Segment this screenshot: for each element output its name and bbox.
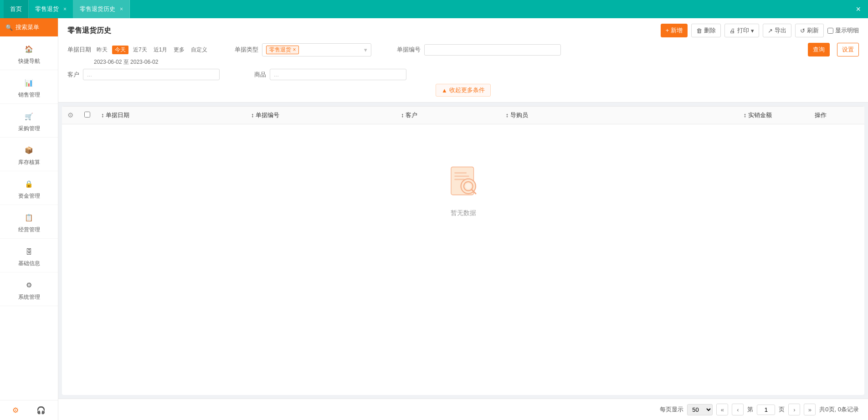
shortcut-1month[interactable]: 近1月 — [152, 46, 169, 54]
tab-retail-return-history[interactable]: 零售退货历史 × — [73, 0, 130, 18]
basic-info-icon: 🗄 — [23, 245, 36, 258]
first-page-button[interactable]: « — [716, 404, 728, 415]
shortcut-more[interactable]: 更多 — [172, 46, 186, 54]
tab-retail-return-history-label: 零售退货历史 — [80, 5, 115, 13]
select-all-checkbox[interactable] — [84, 112, 90, 118]
sidebar-item-sales-mgmt[interactable]: 📊 销售管理 — [0, 70, 58, 104]
date-range-display: 2023-06-02 至 2023-06-02 — [94, 59, 158, 65]
app-close-button[interactable]: × — [848, 5, 868, 14]
settings-gear-icon[interactable]: ⚙ — [12, 406, 19, 415]
sidebar-item-operations[interactable]: 📋 经营管理 — [0, 205, 58, 239]
goods-label: 商品 — [254, 71, 266, 79]
query-button[interactable]: 查询 — [808, 43, 830, 56]
actual-amount-col-header: ↕ 实销金额 — [627, 107, 777, 124]
main-layout: 🔍 搜索菜单 🏠 快捷导航 📊 销售管理 🛒 采购管理 📦 库存核算 🔒 资金管… — [0, 18, 868, 420]
page-number-input[interactable] — [757, 405, 775, 415]
svg-point-7 — [465, 184, 471, 190]
display-detail-checkbox[interactable] — [827, 28, 833, 34]
collapse-filter-button[interactable]: ▲ 收起更多条件 — [436, 84, 491, 97]
sidebar-item-purchase-mgmt[interactable]: 🛒 采购管理 — [0, 104, 58, 138]
last-page-button[interactable]: » — [804, 404, 816, 415]
tab-home[interactable]: 首页 — [4, 0, 29, 18]
page-header: 零售退货历史 + 新增 🗑 删除 🖨 打印 ▾ ↗ 导出 — [58, 18, 868, 102]
tab-retail-return[interactable]: 零售退货 × — [29, 0, 73, 18]
voucher-no-input[interactable] — [424, 44, 561, 56]
empty-state-illustration — [443, 161, 484, 202]
quick-nav-icon: 🏠 — [23, 43, 36, 56]
headphone-icon[interactable]: 🎧 — [36, 406, 46, 415]
operation-col-header: 操作 — [777, 107, 864, 124]
tab-retail-return-history-close[interactable]: × — [120, 6, 123, 12]
add-button[interactable]: + 新增 — [661, 24, 688, 37]
export-button[interactable]: ↗ 导出 — [763, 24, 791, 37]
page-header-top: 零售退货历史 + 新增 🗑 删除 🖨 打印 ▾ ↗ 导出 — [67, 24, 859, 37]
sidebar-search[interactable]: 🔍 搜索菜单 — [0, 18, 58, 36]
sidebar-search-label: 搜索菜单 — [15, 23, 39, 31]
goods-select[interactable]: ... — [270, 69, 406, 80]
shortcut-custom[interactable]: 自定义 — [189, 46, 209, 54]
data-table: ⚙ ↕ 单据日期 ↕ 单据编号 — [62, 106, 864, 254]
empty-state-text: 暂无数据 — [451, 209, 476, 217]
purchase-icon: 🛒 — [23, 110, 36, 123]
sidebar-item-label: 经营管理 — [18, 226, 40, 234]
sidebar-item-label: 系统管理 — [18, 293, 40, 301]
sidebar-item-label: 库存核算 — [18, 159, 40, 166]
table-settings-icon[interactable]: ⚙ — [67, 111, 73, 119]
prev-page-button[interactable]: ‹ — [732, 404, 744, 415]
sidebar-item-basic-info[interactable]: 🗄 基础信息 — [0, 239, 58, 272]
settings-button[interactable]: 设置 — [837, 43, 859, 56]
finance-icon: 🔒 — [23, 178, 36, 190]
svg-rect-1 — [454, 172, 467, 174]
sidebar-item-quick-nav[interactable]: 🏠 快捷导航 — [0, 36, 58, 70]
inventory-icon: 📦 — [23, 144, 36, 157]
filter-row-2: 客户 ... 商品 ... — [67, 69, 859, 80]
refresh-button[interactable]: ↺ 刷新 — [795, 24, 824, 37]
operations-icon: 📋 — [23, 211, 36, 224]
checkbox-col-header — [79, 107, 96, 124]
print-button[interactable]: 🖨 打印 ▾ — [724, 24, 759, 37]
table-body: 暂无数据 — [62, 124, 864, 254]
svg-rect-2 — [454, 175, 469, 177]
search-icon: 🔍 — [5, 24, 13, 31]
tab-retail-return-close[interactable]: × — [63, 6, 67, 12]
table-header: ⚙ ↕ 单据日期 ↕ 单据编号 — [62, 107, 864, 124]
sidebar-bottom: ⚙ 🎧 — [0, 400, 58, 420]
voucher-no-col-header: ↕ 单据编号 — [246, 107, 395, 124]
sales-icon: 📊 — [23, 77, 36, 89]
page-title: 零售退货历史 — [67, 26, 111, 36]
guide-col-header: ↕ 导购员 — [500, 107, 627, 124]
customer-col-header: ↕ 客户 — [395, 107, 500, 124]
tab-home-label: 首页 — [10, 5, 22, 13]
shortcut-today[interactable]: 今天 — [112, 46, 128, 54]
shortcut-yesterday[interactable]: 昨天 — [95, 46, 109, 54]
print-dropdown-icon: ▾ — [751, 27, 754, 34]
voucher-type-select[interactable]: 零售退货 × ▾ — [262, 43, 371, 56]
empty-state: 暂无数据 — [62, 124, 864, 254]
header-row: ⚙ ↕ 单据日期 ↕ 单据编号 — [62, 107, 864, 124]
voucher-no-filter-item: 单据编号 — [397, 44, 561, 56]
delete-button[interactable]: 🗑 删除 — [691, 24, 721, 37]
sidebar-item-label: 资金管理 — [18, 192, 40, 200]
page-size-label: 每页显示 — [660, 405, 683, 414]
sidebar-item-inventory[interactable]: 📦 库存核算 — [0, 138, 58, 171]
page-word-label: 页 — [779, 405, 785, 414]
refresh-icon: ↺ — [800, 27, 805, 34]
sidebar-item-finance[interactable]: 🔒 资金管理 — [0, 171, 58, 205]
sidebar-item-label: 采购管理 — [18, 125, 40, 133]
customer-select[interactable]: ... — [83, 69, 220, 80]
tag-close-icon[interactable]: × — [293, 46, 296, 53]
shortcut-7days[interactable]: 近7天 — [131, 46, 149, 54]
next-page-button[interactable]: › — [788, 404, 800, 415]
display-detail-toggle[interactable]: 显示明细 — [827, 26, 859, 35]
settings-col-header: ⚙ — [62, 107, 79, 124]
toolbar: + 新增 🗑 删除 🖨 打印 ▾ ↗ 导出 ↺ — [661, 24, 859, 37]
voucher-type-dropdown-icon: ▾ — [364, 46, 367, 53]
voucher-date-col-header: ↕ 单据日期 — [96, 107, 246, 124]
customer-filter-item: 客户 ... — [67, 69, 220, 80]
page-size-select[interactable]: 10 20 50 100 — [687, 404, 713, 415]
display-detail-label: 显示明细 — [835, 26, 859, 35]
sidebar-item-label: 销售管理 — [18, 91, 40, 99]
sidebar-item-system-mgmt[interactable]: ⚙ 系统管理 — [0, 272, 58, 306]
content-area: 零售退货历史 + 新增 🗑 删除 🖨 打印 ▾ ↗ 导出 — [58, 18, 868, 420]
pagination-bar: 每页显示 10 20 50 100 « ‹ 第 页 › » 共0页, 0条记录 — [58, 399, 868, 420]
